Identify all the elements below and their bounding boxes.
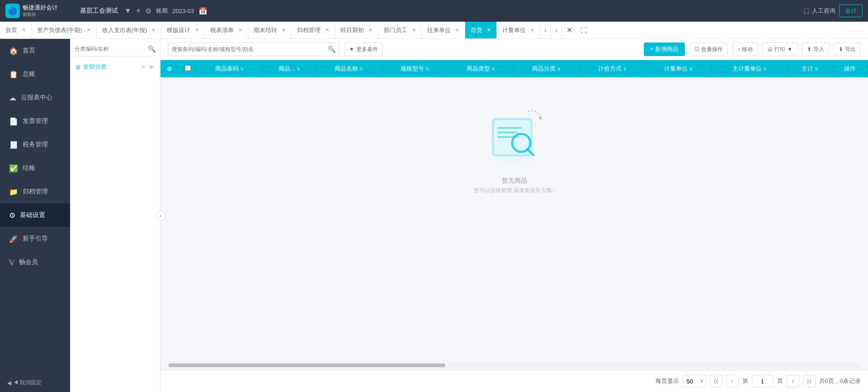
content-area: 🔍 ⊞ 全部分类 ✏ ⊕ ‹ bbox=[70, 39, 868, 392]
th-price-method[interactable]: 计价方式 ⇅ bbox=[580, 60, 646, 77]
export-button[interactable]: ⬇ 导出 bbox=[834, 43, 861, 56]
tab-close-dept[interactable]: ✕ bbox=[412, 27, 416, 33]
sidebar-label-close: 结账 bbox=[23, 164, 35, 172]
panel-collapse-btn[interactable]: ‹ bbox=[156, 211, 165, 221]
tab-close-tax[interactable]: ✕ bbox=[238, 27, 242, 33]
total-info: 共0页，0条记录 bbox=[819, 377, 861, 385]
category-all[interactable]: ⊞ 全部分类 ✏ ⊕ bbox=[70, 59, 160, 75]
close-account-icon: ✅ bbox=[9, 164, 18, 173]
tab-close-inventory[interactable]: ✕ bbox=[487, 27, 491, 33]
svg-rect-4 bbox=[497, 132, 518, 133]
tab-close-template[interactable]: ✕ bbox=[195, 27, 199, 33]
sidebar-item-archive[interactable]: 📁 归档管理 bbox=[0, 180, 70, 203]
settings-icon[interactable]: ⚙ bbox=[145, 7, 151, 15]
tab-template[interactable]: 模版设计 ✕ bbox=[161, 22, 205, 39]
product-search-icon[interactable]: 🔍 bbox=[328, 46, 335, 53]
sidebar-item-guide[interactable]: 🚀 新手引导 bbox=[0, 227, 70, 250]
first-page-btn[interactable]: ⟨⟨ bbox=[710, 375, 722, 387]
empty-subtitle: 您可以选择新增,或者直接导入哦~ bbox=[474, 187, 554, 194]
account-button[interactable]: 会计 bbox=[839, 5, 863, 17]
th-type[interactable]: 商品类型 ⇅ bbox=[448, 60, 514, 77]
tab-label: 存货 bbox=[471, 26, 482, 34]
filter-icon: ▼ bbox=[349, 46, 354, 52]
filter-button[interactable]: ▼ 更多条件 bbox=[344, 43, 383, 56]
tab-close-homepage[interactable]: ✕ bbox=[22, 27, 26, 33]
tab-homepage[interactable]: 首页 ✕ bbox=[0, 22, 32, 39]
edit-category-btn[interactable]: ✏ bbox=[140, 63, 146, 71]
top-bar: 🔵 畅捷通好会计 旗舰版 基层工会测试 ▼ + ⚙ 账期 2023-03 📅 🎧… bbox=[0, 0, 868, 22]
sidebar-item-close[interactable]: ✅ 结账 bbox=[0, 156, 70, 180]
tab-close-unit[interactable]: ✕ bbox=[530, 27, 534, 33]
page-label-2: 页 bbox=[777, 377, 783, 385]
sidebar-item-cloud-report[interactable]: ☁ 云报表中心 bbox=[0, 86, 70, 109]
tab-period-close[interactable]: 期末结转 ✕ bbox=[248, 22, 292, 39]
tab-tax-list[interactable]: 税表清单 ✕ bbox=[205, 22, 248, 39]
tab-unit[interactable]: 计量单位 ✕ bbox=[497, 22, 540, 39]
sidebar-collapse-btn[interactable]: ◀ ◀ 取消固定 bbox=[0, 373, 70, 392]
next-page-btn[interactable]: › bbox=[787, 375, 799, 387]
horizontal-scrollbar[interactable] bbox=[168, 363, 861, 368]
th-main-unit[interactable]: 主计量单位 ⇅ bbox=[711, 60, 788, 77]
add-category-btn[interactable]: ⊕ bbox=[148, 63, 155, 71]
pagination-bar: 每页显示 20 50 100 ▼ ⟨⟨ ‹ 第 bbox=[160, 370, 868, 392]
move-button[interactable]: ↕ 移动 bbox=[732, 43, 758, 56]
th-code[interactable]: 商品... ⇅ bbox=[263, 60, 316, 77]
th-settings[interactable]: ⚙ bbox=[160, 60, 179, 77]
category-search-input[interactable] bbox=[75, 46, 146, 52]
human-service-btn[interactable]: 🎧 人工咨询 bbox=[803, 7, 835, 15]
tab-close-period[interactable]: ✕ bbox=[282, 27, 286, 33]
th-barcode[interactable]: 商品条码 ⇅ bbox=[197, 60, 263, 77]
tab-dept[interactable]: 部门员工 ✕ bbox=[378, 22, 422, 39]
import-button[interactable]: ⬆ 导入 bbox=[802, 43, 829, 56]
tab-prev-btn[interactable]: ‹ bbox=[540, 22, 551, 39]
print-button[interactable]: 🖨 打印 ▼ bbox=[762, 43, 797, 56]
batch-op-button[interactable]: ☑ 批量操作 bbox=[689, 43, 728, 56]
th-unit[interactable]: 计量单位 ⇅ bbox=[646, 60, 712, 77]
tab-next-btn[interactable]: › bbox=[551, 22, 562, 39]
sidebar-label-archive: 归档管理 bbox=[23, 188, 48, 196]
th-spec[interactable]: 规格型号 ⇅ bbox=[382, 60, 448, 77]
tab-expand-btn[interactable]: ⛶ bbox=[576, 22, 591, 39]
sidebar-item-tax[interactable]: 🧾 税务管理 bbox=[0, 133, 70, 156]
period-label: 账期 bbox=[156, 7, 168, 15]
current-page-input[interactable] bbox=[752, 375, 774, 387]
sidebar-item-settings[interactable]: ⚙ 基础设置 bbox=[0, 203, 70, 227]
calendar-icon[interactable]: 📅 bbox=[198, 7, 208, 15]
move-label: 移动 bbox=[742, 46, 753, 53]
tab-balance-sheet[interactable]: 资产负债表(中期) ✕ bbox=[32, 22, 97, 39]
sidebar-item-member[interactable]: 𝕍 畅会员 bbox=[0, 250, 70, 274]
th-category[interactable]: 商品分类 ⇅ bbox=[514, 60, 580, 77]
tab-close-income[interactable]: ✕ bbox=[151, 27, 156, 33]
tab-close-contact[interactable]: ✕ bbox=[455, 27, 459, 33]
table-container: ⚙ 商品条码 ⇅ 商品... ⇅ 商品名称 ⇅ 规格型号 ⇅ 商品类型 ⇅ 商品… bbox=[160, 60, 868, 361]
tab-contact[interactable]: 往来单位 ✕ bbox=[422, 22, 465, 39]
tab-label: 首页 bbox=[5, 26, 17, 34]
product-search-input[interactable] bbox=[172, 46, 326, 52]
page-size-select[interactable]: 20 50 100 bbox=[683, 375, 706, 387]
add-product-button[interactable]: + 新增商品 bbox=[644, 43, 685, 56]
search-icon[interactable]: 🔍 bbox=[148, 45, 156, 52]
tab-archive[interactable]: 归档管理 ✕ bbox=[292, 22, 335, 39]
tab-close-archive[interactable]: ✕ bbox=[325, 27, 329, 33]
dropdown-icon[interactable]: ▼ bbox=[124, 7, 132, 15]
last-page-btn[interactable]: ⟩⟩ bbox=[803, 375, 816, 387]
prev-page-btn[interactable]: ‹ bbox=[726, 375, 739, 387]
scroll-thumb[interactable] bbox=[169, 364, 445, 367]
tab-inventory[interactable]: 存货 ✕ bbox=[465, 22, 497, 39]
sidebar-item-ledger[interactable]: 📋 总账 bbox=[0, 62, 70, 86]
tab-close-all-btn[interactable]: ✕ bbox=[562, 22, 576, 39]
page-label: 第 bbox=[742, 377, 748, 385]
tab-close-subject[interactable]: ✕ bbox=[368, 27, 373, 33]
tab-close-balance[interactable]: ✕ bbox=[87, 27, 91, 33]
tab-subject[interactable]: 科目期初 ✕ bbox=[335, 22, 378, 39]
th-checkbox[interactable] bbox=[179, 60, 197, 77]
tab-income[interactable]: 收入支出表(年报) ✕ bbox=[97, 22, 162, 39]
select-all-checkbox[interactable] bbox=[185, 65, 191, 71]
add-icon[interactable]: + bbox=[136, 6, 141, 16]
sidebar-item-invoice[interactable]: 📄 发票管理 bbox=[0, 109, 70, 133]
th-main-calc[interactable]: 主计 ⇅ bbox=[788, 60, 832, 77]
logo-area: 🔵 畅捷通好会计 旗舰版 bbox=[5, 4, 75, 18]
th-name[interactable]: 商品名称 ⇅ bbox=[316, 60, 382, 77]
tab-label: 计量单位 bbox=[502, 26, 526, 34]
sidebar-item-home[interactable]: 🏠 首页 bbox=[0, 39, 70, 62]
